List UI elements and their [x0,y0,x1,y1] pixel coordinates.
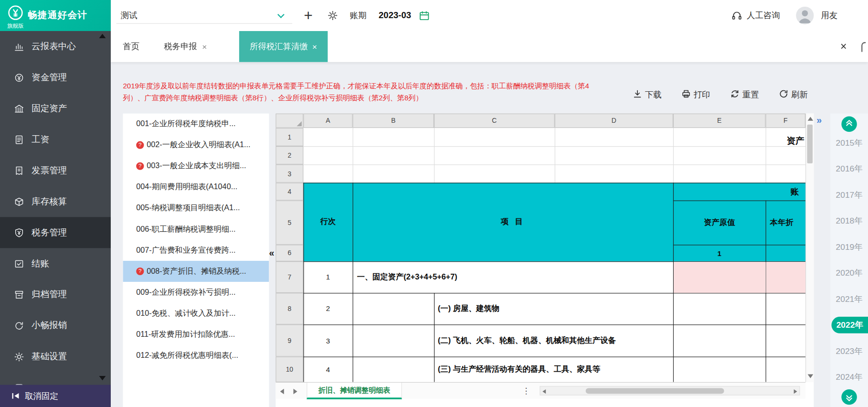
line-number-cell[interactable]: 3 [303,324,352,356]
row-header-4[interactable]: 4 [275,183,303,201]
year-item-2016[interactable]: 2016年 [830,161,868,177]
sidebar-item-fixed-assets[interactable]: 固定资产 [0,93,111,124]
year-item-2024[interactable]: 2024年 [830,369,868,386]
year-item-2022-selected[interactable]: 2022年 [831,317,868,333]
column-header-F[interactable]: F [766,114,805,128]
column-header-C[interactable]: C [434,114,555,128]
close-tab-icon[interactable]: × [202,42,207,52]
row-header-9[interactable]: 9 [275,324,303,356]
sidebar-item-partial[interactable] [0,372,111,385]
sidebar-item-tax-active[interactable]: 税务管理 [0,217,111,248]
reset-button[interactable]: 重置 [730,89,759,100]
sheet-cell[interactable] [766,325,805,356]
sheet-tab-prev-icon[interactable] [280,389,284,395]
sidebar-item-reimburse[interactable]: 小畅报销 [0,310,111,341]
tab-overflow-icon[interactable] [859,41,868,55]
form-list-item-011[interactable]: 011-研发费用加计扣除优惠... [123,324,269,345]
support-link[interactable]: 人工咨询 [747,0,780,31]
vertical-scroll-thumb[interactable] [807,125,813,163]
form-list-item-005[interactable]: 005-纳税调整项目明细表(A1... [123,198,269,219]
year-item-2023[interactable]: 2023年 [830,343,868,360]
row-header-7[interactable]: 7 [275,261,303,293]
sheet-cell[interactable] [674,325,765,356]
sidebar-item-archive[interactable]: 归档管理 [0,279,111,310]
year-scroll-up-button[interactable] [841,116,857,131]
sheet-cell-highlighted[interactable] [674,262,765,293]
download-button[interactable]: 下载 [633,89,661,100]
expand-panel-icon[interactable]: » [816,115,822,126]
scroll-right-icon[interactable] [794,389,797,394]
form-list-item-002[interactable]: ?002-一般企业收入明细表(A1... [123,135,269,156]
item-cell[interactable]: (二) 飞机、火车、轮船、机器、机械和其他生产设备 [438,324,615,356]
year-item-2021[interactable]: 2021年 [830,291,868,308]
line-number-cell[interactable]: 2 [303,293,352,324]
sheet-cell[interactable] [766,357,805,382]
avatar[interactable] [796,7,814,24]
sheet-cell[interactable] [674,293,765,324]
year-item-2015[interactable]: 2015年 [830,135,868,151]
chevron-down-icon[interactable] [277,11,285,18]
sheet-tab-next-icon[interactable] [294,389,297,395]
close-tab-icon[interactable]: × [312,42,317,52]
year-scroll-down-button[interactable] [841,389,857,405]
refresh-button[interactable]: 刷新 [779,89,807,100]
sheet-cell[interactable] [766,293,805,324]
form-list-item-006[interactable]: 006-职工薪酬纳税调整明细... [123,219,269,240]
sidebar-item-invoices[interactable]: 发票管理 [0,155,111,186]
column-header-B[interactable]: B [353,114,434,128]
column-header-A[interactable]: A [303,114,352,128]
column-header-E[interactable]: E [673,114,766,128]
item-cell[interactable]: (三) 与生产经营活动有关的器具、工具、家具等 [438,357,600,382]
sidebar-item-closing[interactable]: 结账 [0,248,111,279]
scroll-up-icon[interactable] [808,117,814,121]
item-cell[interactable]: (一) 房屋、建筑物 [438,293,499,324]
sidebar-scroll-down-icon[interactable] [99,376,106,380]
row-header-2[interactable]: 2 [275,146,303,164]
row-header-8[interactable]: 8 [275,293,303,324]
sheet-tab-menu-icon[interactable]: ⋮ [522,383,530,399]
form-list-item-003[interactable]: ?003-一般企业成本支出明细... [123,156,269,177]
row-header-1[interactable]: 1 [275,128,303,146]
item-cell[interactable]: 一、固定资产(2+3+4+5+6+7) [357,261,457,293]
form-list-item-008-selected[interactable]: ?008-资产折旧、摊销及纳税... [123,261,269,282]
add-button[interactable]: + [304,0,313,31]
sheet-vertical-scrollbar[interactable] [805,114,814,382]
row-header-3[interactable]: 3 [275,164,303,182]
sheet-cell-highlighted[interactable] [766,262,805,293]
form-list-item-007[interactable]: 007-广告费和业务宣传费跨... [123,240,269,261]
gear-icon[interactable] [327,10,338,23]
period-value[interactable]: 2023-03 [379,0,411,31]
print-button[interactable]: 打印 [681,89,710,100]
scroll-left-icon[interactable] [542,389,546,394]
tab-home[interactable]: 首页 [123,31,139,62]
year-item-2017[interactable]: 2017年 [830,187,868,204]
user-menu[interactable]: 用友 [821,0,837,31]
sidebar-item-cloud-reports[interactable]: 云报表中心 [0,31,111,62]
sidebar-scroll-up-icon[interactable] [99,34,106,38]
sheet-cell[interactable] [674,357,765,382]
form-list-item-010[interactable]: 010-免税、减计收入及加计... [123,303,269,324]
sheet-horizontal-scrollbar[interactable] [540,386,800,396]
account-set-selector[interactable]: 测试 [121,0,138,31]
form-list-item-012[interactable]: 012-减免所得税优惠明细表(... [123,345,269,366]
column-header-D[interactable]: D [555,114,673,128]
sidebar-item-settings[interactable]: 基础设置 [0,341,111,372]
sidebar-item-salary[interactable]: 工资 [0,124,111,155]
sheet-tab-active[interactable]: 折旧、摊销调整明细表 [307,383,402,399]
row-header-10[interactable]: 10 [275,357,303,382]
sidebar-item-funds[interactable]: 资金管理 [0,62,111,93]
sidebar-item-inventory[interactable]: 库存核算 [0,186,111,217]
calendar-icon[interactable] [419,11,430,23]
year-item-2018[interactable]: 2018年 [830,213,868,229]
unpin-sidebar-button[interactable]: 取消固定 [0,385,111,407]
collapse-list-icon[interactable]: « [269,247,274,258]
row-header-5[interactable]: 5 [275,201,303,245]
year-item-2019[interactable]: 2019年 [830,239,868,256]
form-list-item-009[interactable]: 009-企业所得税弥补亏损明... [123,282,269,303]
tab-tax-report[interactable]: 税务申报 × [164,31,207,62]
line-number-cell[interactable]: 1 [303,261,352,293]
row-header-6[interactable]: 6 [275,245,303,261]
tab-income-tax-settlement-active[interactable]: 所得税汇算清缴 × [239,31,328,62]
close-all-tabs-icon[interactable]: × [840,31,847,62]
form-list-item-004[interactable]: 004-期间费用明细表(A1040... [123,177,269,198]
